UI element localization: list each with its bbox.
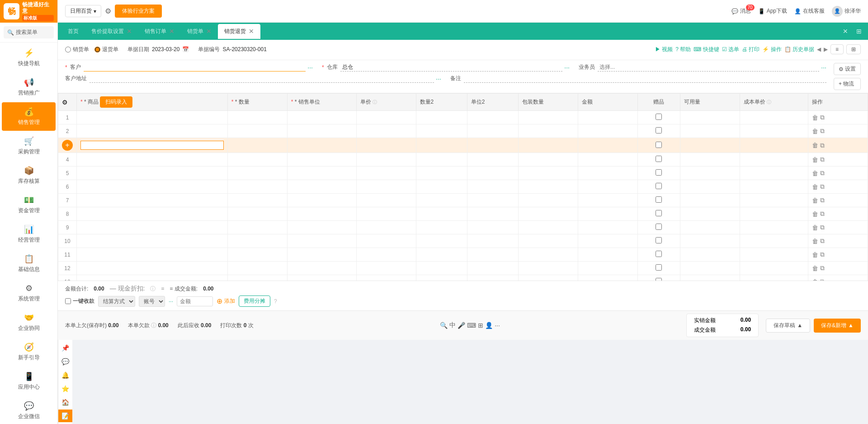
account-select[interactable]: 账号 [139,296,165,307]
tab-close-售价提取设置[interactable]: ✕ [127,28,132,35]
settlement-method-select[interactable]: 结算方式 [98,296,135,307]
gift-checkbox[interactable] [656,127,662,133]
sidebar-item-wechat[interactable]: 💬 企业微信 [2,396,56,424]
video-link[interactable]: ▶ 视频 [655,46,673,53]
delete-row-button[interactable]: 🗑 [812,114,818,121]
one-click-payment-checkbox[interactable]: 一键收款 [65,297,94,305]
address-input[interactable] [90,74,434,83]
gift-checkbox[interactable] [656,210,662,216]
price-cell[interactable] [356,194,416,207]
unit-cell[interactable] [287,180,356,194]
sidebar-item-basic[interactable]: 📋 基础信息 [2,249,56,278]
unit-cell[interactable] [287,138,356,153]
right-panel-btn-1[interactable]: 💬 [58,355,72,368]
product-cell[interactable] [77,234,228,248]
trial-button[interactable]: 体验行业方案 [115,5,162,18]
gift-cell[interactable] [637,262,680,275]
amount-cell[interactable] [578,248,637,262]
available-cell[interactable] [680,111,740,124]
available-cell[interactable] [680,275,740,281]
right-panel-btn-5[interactable]: 📝 [58,410,72,422]
unit2-cell[interactable] [467,234,518,248]
fee-help-icon[interactable]: ? [274,298,277,305]
sales-bill-radio[interactable]: 销货单 [65,46,89,53]
scan-button[interactable]: 扫码录入 [100,96,132,108]
customer-select-button[interactable]: ··· [307,64,313,71]
view-toggle-grid[interactable]: ⊞ [846,44,861,54]
gift-cell[interactable] [637,138,680,153]
product-cell[interactable] [77,111,228,124]
qty2-cell[interactable] [416,167,467,180]
remark-input[interactable] [464,74,826,83]
amount-cell[interactable] [578,194,637,207]
sidebar-item-shortcut[interactable]: ⚡ 快捷导航 [2,43,56,72]
search-menu-button[interactable]: 🔍 搜索菜单 [4,26,54,38]
print-link[interactable]: 🖨 打印 [742,46,760,53]
qty2-cell[interactable] [416,153,467,167]
topbar-settings-button[interactable]: ⚙ [105,7,111,15]
unit2-cell[interactable] [467,275,518,281]
unit-cell[interactable] [287,262,356,275]
tab-首页[interactable]: 首页 [61,24,85,39]
product-cell[interactable] [77,167,228,180]
price-cell[interactable] [356,138,416,153]
amount-cell[interactable] [578,111,637,124]
pack-qty-cell[interactable] [518,167,578,180]
unit2-cell[interactable] [467,124,518,138]
add-row-button[interactable]: + [62,140,73,151]
qty2-cell[interactable] [416,248,467,262]
price-cell[interactable] [356,207,416,221]
qty2-cell[interactable] [416,111,467,124]
delete-row-button[interactable]: 🗑 [812,142,818,149]
price-cell[interactable] [356,221,416,234]
qty-cell[interactable] [227,234,287,248]
unit2-cell[interactable] [467,207,518,221]
person-bottom-icon[interactable]: 👤 [485,321,493,329]
copy-row-button[interactable]: ⧉ [820,237,825,245]
unit2-cell[interactable] [467,138,518,153]
qty-cell[interactable] [227,138,287,153]
sidebar-item-system[interactable]: ⚙ 系统管理 [2,279,56,307]
sidebar-item-sales[interactable]: 💰 销售管理 [2,102,56,131]
search-bottom-icon[interactable]: 🔍 [440,321,448,329]
gift-cell[interactable] [637,167,680,180]
unit2-cell[interactable] [467,221,518,234]
history-owe-info-icon[interactable]: ⓘ [151,322,156,329]
copy-row-button[interactable]: ⧉ [820,127,825,135]
mic-icon[interactable]: 🎤 [458,321,465,329]
app-download-button[interactable]: 📱 App下载 [758,7,787,15]
account-dots[interactable]: ··· [169,298,173,305]
product-cell[interactable] [77,153,228,167]
cost-price-cell[interactable] [740,194,808,207]
gift-cell[interactable] [637,275,680,281]
qty-cell[interactable] [227,262,287,275]
sidebar-item-marketing[interactable]: 📢 营销推广 [2,73,56,101]
unit-cell[interactable] [287,167,356,180]
qty2-cell[interactable] [416,275,467,281]
pack-qty-cell[interactable] [518,248,578,262]
cost-price-cell[interactable] [740,124,808,138]
gift-cell[interactable] [637,111,680,124]
cost-price-cell[interactable] [740,234,808,248]
return-bill-radio[interactable]: 退货单 [94,46,118,53]
keyboard-bottom-icon[interactable]: ⌨ [467,321,476,329]
price-cell[interactable] [356,153,416,167]
copy-row-button[interactable]: ⧉ [820,114,825,121]
price-cell[interactable] [356,234,416,248]
tab-close-销售订单[interactable]: ✕ [169,28,175,35]
gift-checkbox[interactable] [656,114,662,120]
cost-price-cell[interactable] [740,248,808,262]
gift-checkbox[interactable] [656,142,662,148]
copy-row-button[interactable]: ⧉ [820,264,825,272]
pack-qty-cell[interactable] [518,124,578,138]
amount-cell[interactable] [578,153,637,167]
gift-checkbox[interactable] [656,169,662,176]
tab-销货单[interactable]: 销货单✕ [181,24,218,39]
staff-input[interactable] [598,63,819,71]
copy-row-button[interactable]: ⧉ [820,224,825,231]
tab-销货退货[interactable]: 销货退货✕ [218,24,260,39]
unit2-cell[interactable] [467,153,518,167]
zh-icon[interactable]: 中 [449,321,456,329]
price-cell[interactable] [356,262,416,275]
tab-销售订单[interactable]: 销售订单✕ [138,24,181,39]
